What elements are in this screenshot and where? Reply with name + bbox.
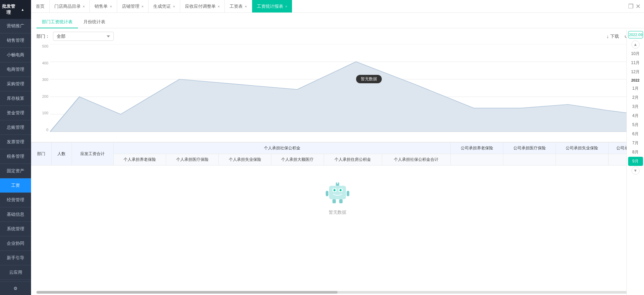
month-item-6月[interactable]: 6月: [628, 129, 643, 139]
tab-close-icon[interactable]: ×: [245, 4, 247, 8]
y-label-400: 400: [36, 61, 48, 65]
window-close-icon[interactable]: ✕: [636, 3, 641, 10]
svg-point-12: [337, 182, 338, 184]
month-panel-year[interactable]: 2022.09: [628, 31, 643, 38]
no-data-container: 暂无数据: [31, 166, 644, 229]
sidebar-item-采购管理[interactable]: 采购管理: [0, 77, 31, 91]
tab-工资表[interactable]: 工资表×: [225, 0, 252, 12]
dept-select[interactable]: 全部: [53, 32, 114, 41]
sub-tabs-container: 部门工资统计表月份统计表: [36, 16, 111, 28]
table-header-row-1: 部门 人数 应发工资合计 个人承担社保公积金 公司承担养老保险 公司承担医疗保险…: [31, 143, 644, 154]
month-item-1月[interactable]: 1月: [628, 84, 643, 93]
tab-首页[interactable]: 首页: [31, 0, 50, 12]
sidebar-item-发票管理[interactable]: 发票管理: [0, 135, 31, 149]
month-nav-up[interactable]: ▲: [632, 40, 640, 49]
col-count: 人数: [51, 143, 72, 166]
chart-no-data-tooltip: 暂无数据: [356, 75, 382, 83]
download-label: 下载: [610, 33, 619, 39]
chart-svg-wrapper: 暂无数据: [50, 44, 639, 132]
sidebar-item-固定资产[interactable]: 固定资产: [0, 164, 31, 178]
sidebar-item-税务管理[interactable]: 税务管理: [0, 149, 31, 164]
sidebar-header[interactable]: 批发管理 ▲: [0, 0, 31, 19]
month-item-4月[interactable]: 4月: [628, 111, 643, 120]
content-area: 部门工资统计表月份统计表 部门： 全部 ↓ 下载 ↺ 刷新: [31, 13, 644, 295]
sidebar-item-工资[interactable]: 工资: [0, 178, 31, 193]
tab-bar: 首页门店商品目录×销售单×店铺管理×生成凭证×应收应付调整单×工资表×工资统计报…: [31, 0, 644, 13]
sidebar-item-经营管理[interactable]: 经营管理: [0, 193, 31, 207]
month-item-7月[interactable]: 7月: [628, 139, 643, 148]
table-scrollbar[interactable]: [36, 291, 639, 294]
tab-店铺管理[interactable]: 店铺管理×: [117, 0, 149, 12]
tab-close-icon[interactable]: ×: [83, 4, 85, 8]
sidebar-item-企业协同[interactable]: 企业协同: [0, 236, 31, 251]
tab-生成凭证[interactable]: 生成凭证×: [149, 0, 180, 12]
col-company-unemployment: 公司承担失业保险: [556, 143, 608, 154]
sidebar-item-小畅电商[interactable]: 小畅电商: [0, 48, 31, 62]
col-personal-medical: 个人承担医疗保险: [166, 154, 219, 166]
svg-point-9: [333, 189, 336, 191]
tab-应收应付调整单[interactable]: 应收应付调整单×: [180, 0, 225, 12]
sidebar-item-系统管理[interactable]: 系统管理: [0, 222, 31, 236]
table-wrapper[interactable]: 部门 人数 应发工资合计 个人承担社保公积金 公司承担养老保险 公司承担医疗保险…: [31, 142, 644, 290]
tab-close-icon[interactable]: ×: [141, 4, 143, 8]
month-item-3月[interactable]: 3月: [628, 102, 643, 111]
sub-tab-月份统计表[interactable]: 月份统计表: [78, 16, 111, 28]
month-item-5月[interactable]: 5月: [628, 120, 643, 129]
col-group-personal: 个人承担社保公积金: [113, 143, 451, 154]
sidebar-item-电商管理[interactable]: 电商管理: [0, 62, 31, 77]
sidebar-settings-button[interactable]: ⚙: [0, 282, 31, 295]
table-header-row-2: 个人承担养老保险 个人承担医疗保险 个人承担失业保险 个人承担大额医疗 个人承担…: [31, 154, 644, 166]
toolbar-left: 部门： 全部: [36, 32, 114, 41]
no-data-icon: [324, 179, 351, 206]
tab-label: 首页: [36, 3, 45, 9]
month-item-8月[interactable]: 8月: [628, 148, 643, 157]
col-personal-critical: 个人承担大额医疗: [271, 154, 324, 166]
month-list: 10月11月12月20221月2月3月4月5月6月7月8月9月: [627, 49, 644, 166]
svg-rect-14: [347, 191, 349, 196]
y-label-500: 500: [36, 44, 48, 48]
sub-tab-bar: 部门工资统计表月份统计表: [31, 13, 644, 28]
tab-close-icon[interactable]: ×: [285, 4, 287, 8]
download-button[interactable]: ↓ 下载: [607, 33, 619, 39]
y-label-100: 100: [36, 111, 48, 115]
sidebar-item-云应用[interactable]: 云应用: [0, 265, 31, 280]
svg-rect-6: [329, 186, 346, 199]
sub-tab-部门工资统计表[interactable]: 部门工资统计表: [36, 16, 78, 28]
sidebar-items: 营销推广销售管理小畅电商电商管理采购管理库存核算资金管理总账管理发票管理税务管理…: [0, 19, 31, 280]
col-dept: 部门: [31, 143, 52, 166]
month-item-9月[interactable]: 9月: [628, 157, 643, 166]
chart-area: 0 100 200 300 400 500: [31, 44, 644, 142]
tab-工资统计报表[interactable]: 工资统计报表×: [252, 0, 292, 12]
window-restore-icon[interactable]: ❐: [628, 3, 634, 10]
month-item-10月[interactable]: 10月: [628, 49, 643, 58]
sidebar-item-销售管理[interactable]: 销售管理: [0, 33, 31, 48]
sidebar-item-营销推广[interactable]: 营销推广: [0, 19, 31, 33]
month-item-12月[interactable]: 12月: [628, 67, 643, 77]
y-label-200: 200: [36, 94, 48, 98]
sidebar-item-基础信息[interactable]: 基础信息: [0, 207, 31, 222]
month-item-11月[interactable]: 11月: [628, 58, 643, 67]
svg-rect-15: [332, 199, 336, 203]
month-nav-down[interactable]: ▼: [632, 167, 640, 175]
sidebar-item-库存核算[interactable]: 库存核算: [0, 91, 31, 106]
sidebar-item-资金管理[interactable]: 资金管理: [0, 106, 31, 120]
data-table: 部门 人数 应发工资合计 个人承担社保公积金 公司承担养老保险 公司承担医疗保险…: [31, 142, 644, 166]
tab-close-icon[interactable]: ×: [110, 4, 112, 8]
sidebar-title: 批发管理: [1, 3, 16, 16]
sidebar-item-总账管理[interactable]: 总账管理: [0, 120, 31, 135]
sidebar-item-新手引导[interactable]: 新手引导: [0, 251, 31, 265]
month-item-2月[interactable]: 2月: [628, 93, 643, 102]
tab-close-icon[interactable]: ×: [218, 4, 220, 8]
col-salary: 应发工资合计: [72, 143, 113, 166]
sidebar: 批发管理 ▲ 营销推广销售管理小畅电商电商管理采购管理库存核算资金管理总账管理发…: [0, 0, 31, 295]
chart-container: 0 100 200 300 400 500: [36, 44, 639, 139]
tab-销售单[interactable]: 销售单×: [90, 0, 117, 12]
col-company-medical: 公司承担医疗保险: [503, 143, 556, 154]
tab-bar-end: ❐ ✕: [625, 3, 644, 10]
tab-close-icon[interactable]: ×: [173, 4, 175, 8]
dept-label: 部门：: [36, 33, 50, 39]
col-personal-pension: 个人承担养老保险: [113, 154, 166, 166]
tab-label: 工资表: [230, 3, 243, 9]
table-section: 部门 人数 应发工资合计 个人承担社保公积金 公司承担养老保险 公司承担医疗保险…: [31, 142, 644, 295]
tab-门店商品目录[interactable]: 门店商品目录×: [50, 0, 90, 12]
